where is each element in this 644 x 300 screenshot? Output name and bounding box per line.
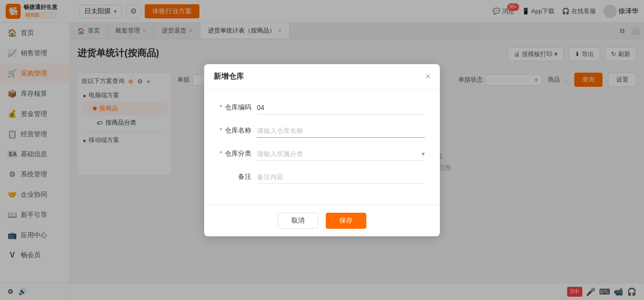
form-row-remark: 备注 [219, 170, 425, 184]
dialog-title: 新增仓库 [214, 72, 244, 82]
save-button[interactable]: 保存 [326, 213, 366, 229]
cancel-button[interactable]: 取消 [278, 213, 318, 229]
dialog-header: 新增仓库 × [204, 64, 440, 90]
category-label: * 仓库分类 [219, 150, 257, 158]
dialog-body: * 仓库编码 * 仓库名称 * 仓库分类 [204, 90, 440, 205]
name-label: * 仓库名称 [219, 126, 257, 135]
name-input[interactable] [257, 124, 425, 138]
remark-label: 备注 [219, 173, 257, 181]
dialog-footer: 取消 保存 [204, 205, 440, 236]
form-row-code: * 仓库编码 [219, 101, 425, 115]
code-input[interactable] [257, 101, 425, 115]
category-select[interactable]: ▾ [257, 147, 425, 161]
code-label: * 仓库编码 [219, 103, 257, 112]
remark-input[interactable] [257, 170, 425, 184]
dialog-close-button[interactable]: × [425, 72, 430, 82]
category-input[interactable] [257, 150, 421, 158]
form-row-name: * 仓库名称 [219, 124, 425, 138]
category-arrow-icon: ▾ [421, 150, 425, 158]
modal-overlay[interactable]: 新增仓库 × * 仓库编码 * 仓库名称 [0, 0, 644, 300]
add-warehouse-dialog: 新增仓库 × * 仓库编码 * 仓库名称 [204, 64, 440, 236]
form-row-category: * 仓库分类 ▾ [219, 147, 425, 161]
